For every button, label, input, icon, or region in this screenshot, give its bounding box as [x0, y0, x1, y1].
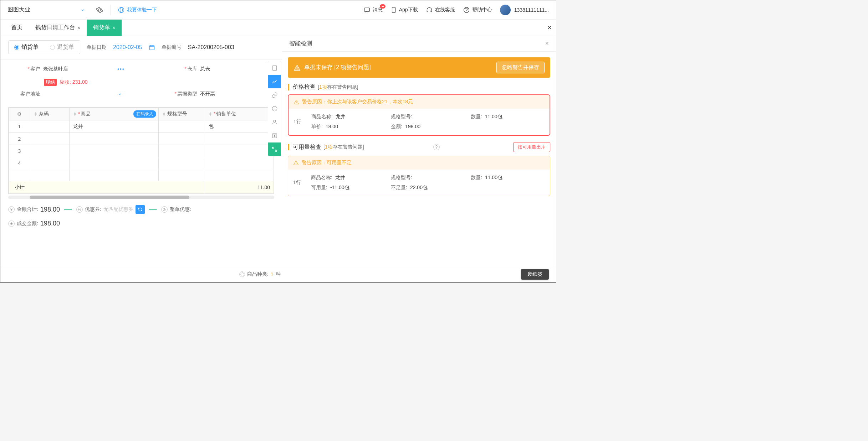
chevron-down-icon[interactable] [117, 92, 122, 97]
cell-unit[interactable]: 包 [205, 120, 274, 133]
line-items-table: ⚙ ▲▼条码 ▲▼*商品扫码录入 ▲▼规格型号 ▲▼*销售单位 1龙井包 2 3… [8, 107, 274, 194]
svg-point-8 [274, 120, 276, 122]
settings-gear[interactable] [96, 6, 103, 14]
coupon-label: 优惠券: [85, 206, 101, 213]
strip-chart[interactable] [268, 75, 281, 88]
price-warning-card: 警告原因：你上次与该客户交易价格21，本次18元 1行 商品名称:龙井 规格型号… [288, 94, 550, 136]
help-icon[interactable]: ? [433, 144, 440, 150]
col-spec-label: 规格型号 [167, 111, 187, 116]
calendar-icon[interactable] [149, 44, 155, 51]
cell-spec[interactable] [159, 145, 205, 157]
help-center-link[interactable]: 帮助中心 [463, 6, 492, 14]
cell-product[interactable] [70, 169, 159, 181]
col-settings[interactable]: ⚙ [9, 108, 30, 120]
ignore-save-button[interactable]: 忽略警告并保存 [496, 62, 545, 73]
section-bar-icon [288, 84, 289, 90]
coupon-field[interactable]: % 优惠券: 无匹配优惠券 [76, 205, 145, 214]
tab-workbench[interactable]: 钱货日清工作台× [29, 20, 87, 36]
online-service-link[interactable]: 在线客服 [426, 6, 455, 14]
strip-swap[interactable] [268, 102, 281, 115]
cell-spec[interactable] [159, 133, 205, 145]
scan-input-badge[interactable]: 扫码录入 [133, 110, 156, 118]
cell-unit[interactable] [205, 133, 274, 145]
detail-label: 不足量: [391, 185, 407, 191]
messages-link[interactable]: 消息 [363, 6, 383, 14]
radio-icon [14, 45, 19, 50]
close-icon[interactable]: × [77, 25, 80, 31]
cell-barcode[interactable] [30, 120, 70, 133]
row-num: 4 [9, 157, 30, 169]
more-icon[interactable]: ••• [117, 66, 125, 72]
cell-product[interactable] [70, 145, 159, 157]
col-spec[interactable]: ▲▼规格型号 [159, 108, 205, 120]
cell-product[interactable] [70, 157, 159, 169]
cell-spec[interactable] [159, 157, 205, 169]
receivable-value: 231.00 [72, 79, 88, 85]
company-selector[interactable]: 图图大业 [7, 6, 85, 14]
expand-icon [271, 146, 278, 152]
table-row[interactable] [9, 169, 274, 181]
help-center-label: 帮助中心 [472, 7, 492, 13]
close-all-tabs[interactable]: × [547, 24, 552, 32]
cell-product[interactable] [70, 133, 159, 145]
radio-sale[interactable]: 销货单 [9, 41, 44, 54]
warehouse-value[interactable]: 总仓 [200, 64, 271, 74]
user-menu[interactable]: 13381111111... [500, 5, 549, 15]
cell-spec[interactable] [159, 120, 205, 133]
try-experience-link[interactable]: 我要体验一下 [118, 6, 157, 14]
col-unit[interactable]: ▲▼*销售单位 [205, 108, 274, 120]
kinds-icon: ◯ [239, 271, 245, 277]
app-download-link[interactable]: App下载 [390, 6, 418, 14]
cell-spec[interactable] [159, 169, 205, 181]
smart-detection-panel: 智能检测 × 单据未保存 [2 项警告问题] 忽略警告并保存 价格检查 [1项存… [282, 36, 556, 266]
close-icon[interactable]: × [112, 25, 115, 31]
panel-close-button[interactable]: × [545, 40, 549, 47]
kinds-suffix: 种 [276, 271, 281, 277]
headset-icon [426, 6, 433, 14]
table-row[interactable]: 4 [9, 157, 274, 169]
row-num: 2 [9, 133, 30, 145]
cell-product[interactable]: 龙井 [70, 120, 159, 133]
output-by-available-button[interactable]: 按可用量出库 [513, 142, 550, 152]
table-row[interactable]: 2 [9, 133, 274, 145]
trash-button[interactable]: 废纸篓 [521, 269, 549, 280]
radio-return[interactable]: 退货单 [44, 41, 80, 54]
tab-sales-order[interactable]: 销货单× [87, 20, 122, 36]
strip-link[interactable] [268, 88, 281, 102]
strip-doc[interactable] [268, 61, 281, 75]
table-row[interactable]: 3 [9, 145, 274, 157]
refresh-coupon-button[interactable] [136, 205, 145, 214]
number-label: 单据编号 [162, 44, 182, 51]
cell-barcode[interactable] [30, 145, 70, 157]
detail-value: 龙井 [335, 175, 345, 181]
col-product[interactable]: ▲▼*商品扫码录入 [70, 108, 159, 120]
tab-home[interactable]: 首页 [5, 20, 29, 36]
cell-barcode[interactable] [30, 133, 70, 145]
customer-value[interactable]: 老张茶叶店 [43, 64, 114, 74]
strip-user[interactable] [268, 115, 281, 129]
strip-expand[interactable] [268, 142, 281, 156]
cell-unit[interactable] [205, 157, 274, 169]
order-form-pane: 销货单 退货单 单据日期 2020-02-05 单据编号 SA-20200205… [0, 36, 282, 266]
reason-text: 你上次与该客户交易价格21，本次18元 [327, 99, 413, 104]
cell-barcode[interactable] [30, 169, 70, 181]
stock-check-count: [1项存在警告问题] [323, 144, 364, 150]
divider [110, 5, 111, 15]
cell-unit[interactable] [205, 145, 274, 157]
address-value[interactable] [43, 93, 114, 95]
warning-icon [293, 64, 301, 71]
invoice-value[interactable]: 不开票 [200, 89, 271, 99]
row-num: 3 [9, 145, 30, 157]
date-value[interactable]: 2020-02-05 [113, 44, 142, 51]
table-row[interactable]: 1龙井包 [9, 120, 274, 133]
cell-unit[interactable] [205, 169, 274, 181]
svg-rect-3 [392, 7, 395, 12]
horizontal-scrollbar[interactable] [8, 196, 274, 199]
order-discount[interactable]: ⊘ 整单优惠: [161, 206, 191, 213]
cell-barcode[interactable] [30, 157, 70, 169]
order-type-radio-group: 销货单 退货单 [8, 40, 80, 54]
svg-rect-5 [149, 45, 154, 50]
strip-yen[interactable] [268, 129, 281, 142]
svg-point-1 [120, 7, 123, 12]
col-barcode[interactable]: ▲▼条码 [30, 108, 70, 120]
